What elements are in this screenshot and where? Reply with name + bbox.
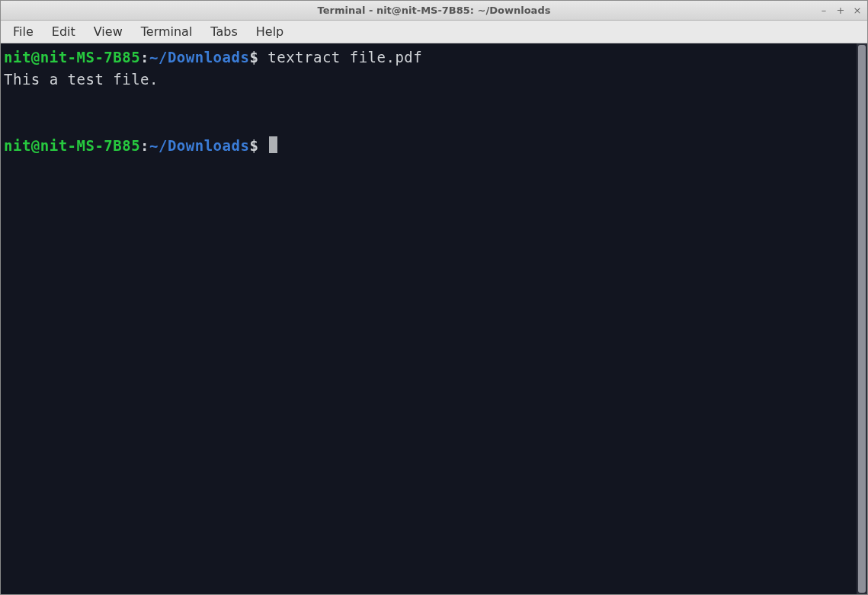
command-text: textract file.pdf xyxy=(267,49,422,66)
window-title: Terminal - nit@nit-MS-7B85: ~/Downloads xyxy=(1,5,867,16)
prompt-user: nit@nit-MS-7B85 xyxy=(4,49,140,66)
menu-tabs[interactable]: Tabs xyxy=(203,22,245,41)
terminal-body-wrap: nit@nit-MS-7B85:~/Downloads$ textract fi… xyxy=(1,43,867,594)
prompt-path: ~/Downloads xyxy=(149,49,249,66)
terminal-line: This a test file. xyxy=(4,69,852,91)
terminal-line xyxy=(4,91,852,113)
maximize-button[interactable]: + xyxy=(835,5,846,16)
menu-edit[interactable]: Edit xyxy=(44,22,83,41)
menu-file[interactable]: File xyxy=(5,22,41,41)
output-text: This a test file. xyxy=(4,71,159,88)
minimize-button[interactable]: – xyxy=(818,5,829,16)
terminal-window: Terminal - nit@nit-MS-7B85: ~/Downloads … xyxy=(0,0,868,595)
prompt-symbol: $ xyxy=(249,49,267,66)
menubar: File Edit View Terminal Tabs Help xyxy=(1,21,867,43)
terminal-line: nit@nit-MS-7B85:~/Downloads$ textract fi… xyxy=(4,46,852,69)
menu-help[interactable]: Help xyxy=(248,22,291,41)
scrollbar-thumb[interactable] xyxy=(858,45,866,593)
scrollbar[interactable] xyxy=(857,43,867,594)
titlebar[interactable]: Terminal - nit@nit-MS-7B85: ~/Downloads … xyxy=(1,1,867,21)
prompt-user: nit@nit-MS-7B85 xyxy=(4,137,140,154)
prompt-separator: : xyxy=(140,49,149,66)
prompt-separator: : xyxy=(140,137,149,154)
terminal-line xyxy=(4,113,852,135)
cursor xyxy=(269,136,277,153)
prompt-path: ~/Downloads xyxy=(149,137,249,154)
terminal-line: nit@nit-MS-7B85:~/Downloads$ xyxy=(4,135,852,157)
close-button[interactable]: × xyxy=(852,5,863,16)
window-buttons: – + × xyxy=(818,1,863,20)
menu-terminal[interactable]: Terminal xyxy=(133,22,200,41)
menu-view[interactable]: View xyxy=(86,22,130,41)
terminal-output[interactable]: nit@nit-MS-7B85:~/Downloads$ textract fi… xyxy=(1,43,857,594)
prompt-symbol: $ xyxy=(249,137,267,154)
